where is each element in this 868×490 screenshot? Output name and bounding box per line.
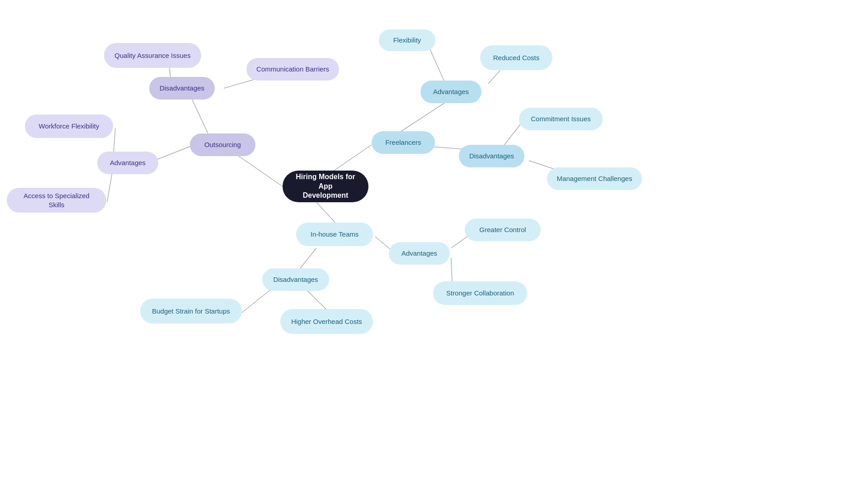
outsourcing-disadvantages-node: Disadvantages (149, 77, 215, 100)
svg-line-16 (298, 248, 316, 271)
svg-line-11 (429, 48, 445, 84)
budget-strain-label: Budget Strain for Startups (152, 307, 230, 316)
inhouse-adv-label: Advantages (401, 249, 437, 258)
access-skills-label: Access to Specialized Skills (15, 191, 98, 209)
workforce-flex-label: Workforce Flexibility (39, 122, 99, 131)
flexibility-label: Flexibility (393, 36, 421, 45)
outsourcing-node: Outsourcing (190, 133, 255, 156)
freelancers-disadv-label: Disadvantages (469, 152, 514, 161)
inhouse-adv-node: Advantages (389, 242, 450, 265)
mgmt-challenges-label: Management Challenges (557, 174, 632, 183)
quality-issues-node: Quality Assurance Issues (104, 43, 201, 68)
higher-overhead-node: Higher Overhead Costs (280, 309, 373, 334)
greater-control-label: Greater Control (479, 225, 526, 234)
higher-overhead-label: Higher Overhead Costs (291, 317, 362, 326)
workforce-flex-node: Workforce Flexibility (25, 114, 113, 138)
access-skills-node: Access to Specialized Skills (7, 188, 106, 213)
mgmt-challenges-node: Management Challenges (547, 167, 642, 190)
stronger-collab-label: Stronger Collaboration (446, 289, 514, 298)
flexibility-node: Flexibility (379, 29, 435, 51)
outsourcing-adv-label: Advantages (110, 158, 146, 167)
comm-barriers-node: Communication Barriers (246, 58, 339, 81)
center-node: Hiring Models for App Development (283, 171, 368, 202)
outsourcing-disadv-label: Disadvantages (160, 84, 204, 93)
quality-issues-label: Quality Assurance Issues (114, 51, 190, 60)
svg-line-18 (451, 258, 452, 283)
svg-line-14 (529, 161, 556, 170)
commitment-issues-label: Commitment Issues (531, 114, 591, 124)
stronger-collab-node: Stronger Collaboration (433, 281, 527, 305)
outsourcing-advantages-node: Advantages (97, 152, 158, 174)
freelancers-adv-node: Advantages (420, 81, 481, 103)
commitment-issues-node: Commitment Issues (519, 108, 603, 130)
reduced-costs-label: Reduced Costs (493, 53, 540, 62)
budget-strain-node: Budget Strain for Startups (140, 299, 242, 323)
inhouse-disadv-label: Disadvantages (273, 275, 318, 284)
svg-line-2 (316, 202, 338, 225)
freelancers-adv-label: Advantages (433, 87, 469, 96)
freelancers-disadv-node: Disadvantages (459, 145, 524, 167)
center-label: Hiring Models for App Development (291, 172, 360, 200)
inhouse-disadv-node: Disadvantages (262, 268, 329, 291)
greater-control-node: Greater Control (465, 219, 541, 241)
outsourcing-label: Outsourcing (204, 140, 241, 149)
svg-line-3 (192, 100, 208, 133)
inhouse-node: In-house Teams (296, 223, 373, 246)
freelancers-node: Freelancers (372, 131, 435, 154)
comm-barriers-label: Communication Barriers (256, 65, 329, 74)
inhouse-label: In-house Teams (311, 230, 359, 239)
freelancers-label: Freelancers (385, 138, 421, 147)
reduced-costs-node: Reduced Costs (480, 45, 552, 70)
